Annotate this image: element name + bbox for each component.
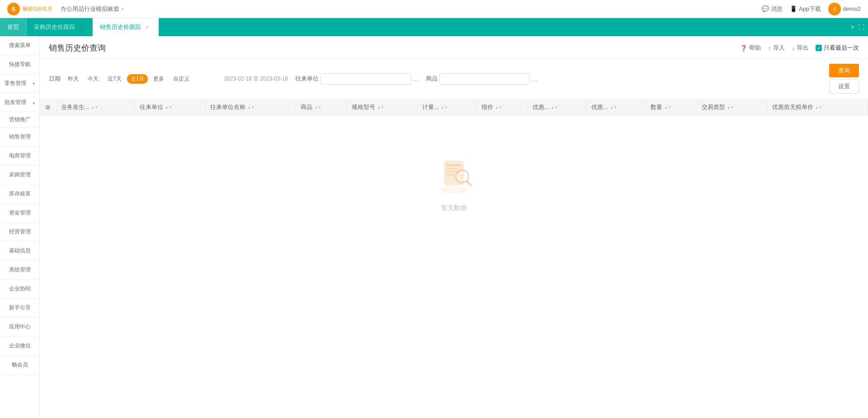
help-button[interactable]: ❓ 帮助 bbox=[740, 44, 761, 52]
empty-state: 暂无数据 bbox=[40, 115, 868, 248]
product-filter-group: 商品 ... bbox=[426, 73, 538, 85]
expand-button[interactable]: ⛶ bbox=[858, 24, 864, 31]
logo-text: 畅捷信好生意 bbox=[23, 6, 52, 12]
product-picker-button[interactable]: ... bbox=[532, 75, 538, 83]
settings-button[interactable]: 设置 bbox=[829, 79, 859, 94]
sidebar-item-system[interactable]: 系统管理 bbox=[0, 261, 39, 280]
tab-purchase-history[interactable]: 采购历史价跟踪 × bbox=[27, 18, 93, 36]
th-product[interactable]: 商品 ▲▼ bbox=[296, 100, 347, 115]
th-gear[interactable]: ⚙ bbox=[40, 100, 56, 115]
message-icon: 💬 bbox=[762, 5, 769, 12]
sidebar-item-retail-mgmt[interactable]: 零售管理 ▾ bbox=[0, 74, 39, 93]
sidebar-item-quick-nav[interactable]: 快捷导航 bbox=[0, 55, 39, 74]
sidebar-item-sales-mgmt[interactable]: 销售管理 bbox=[0, 128, 39, 147]
date-tab-7days[interactable]: 近7天 bbox=[104, 74, 125, 84]
only-last-checkbox[interactable]: ✓ bbox=[816, 45, 822, 51]
sidebar-system-label: 系统管理 bbox=[9, 266, 31, 274]
sidebar-item-enterprise[interactable]: 企业协同 bbox=[0, 280, 39, 299]
th-discount1[interactable]: 优惠... ▲▼ bbox=[528, 100, 587, 115]
th-qty[interactable]: 数量 ▲▼ bbox=[646, 100, 697, 115]
th-spec[interactable]: 规格型号 ▲▼ bbox=[347, 100, 417, 115]
product-input[interactable] bbox=[439, 73, 530, 85]
svg-rect-3 bbox=[446, 168, 458, 169]
sidebar-item-ecommerce[interactable]: 电商管理 bbox=[0, 147, 39, 166]
table-container: ⚙ 业务发生... ▲▼ 往来单位 bbox=[40, 100, 868, 248]
sort-biz-date-icon: ▲▼ bbox=[91, 105, 98, 109]
date-tab-more[interactable]: 更多 bbox=[150, 74, 168, 84]
sidebar-item-operations[interactable]: 经营管理 bbox=[0, 223, 39, 242]
sidebar-finance-label: 资金管理 bbox=[9, 209, 31, 217]
import-button[interactable]: ↑ 导入 bbox=[768, 44, 785, 52]
th-pre-tax[interactable]: 优惠前无税单价 ▲▼ bbox=[767, 100, 868, 115]
sort-unit-icon: ▲▼ bbox=[441, 105, 448, 109]
export-icon: ↓ bbox=[792, 45, 795, 52]
sort-product-icon: ▲▼ bbox=[314, 105, 321, 109]
sidebar-app-center-label: 应用中心 bbox=[9, 323, 31, 331]
sidebar-enterprise-label: 企业协同 bbox=[9, 285, 31, 293]
sidebar-guide-label: 新手引导 bbox=[9, 304, 31, 312]
content-area: 销售历史价查询 ❓ 帮助 ↑ 导入 ↓ bbox=[40, 36, 868, 418]
breadcrumb-arrow-icon: ▾ bbox=[121, 6, 124, 12]
user-menu-button[interactable]: d demo2 bbox=[828, 3, 861, 15]
date-tab-custom[interactable]: 自定义 bbox=[170, 74, 193, 84]
th-discount2[interactable]: 优惠... ▲▼ bbox=[587, 100, 646, 115]
app-download-button[interactable]: 📱 App下载 bbox=[790, 5, 821, 13]
partner-input[interactable] bbox=[321, 73, 411, 85]
avatar-initial: d bbox=[833, 6, 836, 12]
export-button[interactable]: ↓ 导出 bbox=[792, 44, 809, 52]
th-trade-type[interactable]: 交易类型 ▲▼ bbox=[697, 100, 767, 115]
sort-trade-type-icon: ▲▼ bbox=[727, 105, 734, 109]
only-last-checkbox-label[interactable]: ✓ 只看最后一次 bbox=[816, 44, 859, 52]
help-label: 帮助 bbox=[749, 44, 761, 52]
sort-partner-code-icon: ▲▼ bbox=[165, 105, 172, 109]
svg-point-7 bbox=[458, 172, 467, 181]
sidebar-item-marketing[interactable]: 营销推广 bbox=[0, 112, 39, 128]
sidebar-retail-mgmt-label: 零售管理 bbox=[5, 80, 26, 87]
import-icon: ↑ bbox=[768, 45, 771, 52]
message-button[interactable]: 💬 消息 bbox=[762, 5, 783, 13]
tab-sales-history-close-icon[interactable]: × bbox=[144, 24, 151, 31]
tab-purchase-history-label: 采购历史价跟踪 bbox=[34, 23, 75, 31]
product-filter-label: 商品 bbox=[426, 75, 438, 83]
date-filter-group: 日期 昨天 今天 近7天 近1月 更多 自定义 bbox=[49, 74, 193, 84]
close-all-tabs-button[interactable]: × bbox=[851, 24, 854, 31]
th-biz-date[interactable]: 业务发生... ▲▼ bbox=[56, 100, 135, 115]
tab-home[interactable]: 首页 bbox=[0, 18, 27, 36]
th-quote[interactable]: 报价 ▲▼ bbox=[477, 100, 528, 115]
partner-filter-label: 往来单位 bbox=[295, 75, 319, 83]
date-tab-today[interactable]: 今天 bbox=[84, 74, 102, 84]
sidebar-item-purchase[interactable]: 采购管理 bbox=[0, 166, 39, 185]
wholesale-mgmt-arrow-icon: ▴ bbox=[33, 100, 35, 105]
sidebar-item-vip[interactable]: 畅会员 bbox=[0, 356, 39, 375]
sidebar-item-wechat[interactable]: 企业微信 bbox=[0, 337, 39, 356]
date-tab-yesterday[interactable]: 昨天 bbox=[64, 74, 82, 84]
svg-line-8 bbox=[467, 181, 471, 185]
sidebar-item-wholesale-mgmt[interactable]: 批发管理 ▴ bbox=[0, 93, 39, 112]
retail-mgmt-arrow-icon: ▾ bbox=[33, 81, 35, 86]
avatar: d bbox=[828, 3, 841, 15]
svg-rect-5 bbox=[446, 174, 455, 176]
sort-quote-icon: ▲▼ bbox=[495, 105, 502, 109]
user-name: demo2 bbox=[843, 5, 861, 12]
th-unit[interactable]: 计量... ▲▼ bbox=[418, 100, 477, 115]
sidebar-item-inventory[interactable]: 库存核算 bbox=[0, 185, 39, 204]
th-partner-code[interactable]: 往来单位 ▲▼ bbox=[135, 100, 206, 115]
sidebar-basic-info-label: 基础信息 bbox=[9, 247, 31, 255]
sidebar-vip-label: 畅会员 bbox=[12, 361, 28, 369]
partner-picker-button[interactable]: ... bbox=[413, 75, 419, 83]
tab-sales-history[interactable]: 销售历史价跟踪 × bbox=[93, 18, 159, 36]
tab-purchase-history-close-icon[interactable]: × bbox=[78, 24, 85, 31]
sidebar-item-finance[interactable]: 资金管理 bbox=[0, 204, 39, 223]
svg-point-9 bbox=[460, 175, 462, 176]
th-partner-name[interactable]: 往来单位名称 ▲▼ bbox=[206, 100, 296, 115]
sidebar-item-guide[interactable]: 新手引导 bbox=[0, 299, 39, 318]
page-header: 销售历史价查询 ❓ 帮助 ↑ 导入 ↓ bbox=[40, 36, 868, 58]
sidebar-item-basic-info[interactable]: 基础信息 bbox=[0, 242, 39, 261]
date-filter-label: 日期 bbox=[49, 75, 61, 83]
tab-sales-history-label: 销售历史价跟踪 bbox=[100, 23, 141, 31]
sidebar-item-app-center[interactable]: 应用中心 bbox=[0, 318, 39, 337]
date-tab-1month[interactable]: 近1月 bbox=[127, 74, 148, 84]
sort-discount1-icon: ▲▼ bbox=[551, 105, 558, 109]
sidebar-item-search-menu[interactable]: 搜索菜单 bbox=[0, 36, 39, 55]
query-button[interactable]: 查询 bbox=[829, 64, 859, 77]
